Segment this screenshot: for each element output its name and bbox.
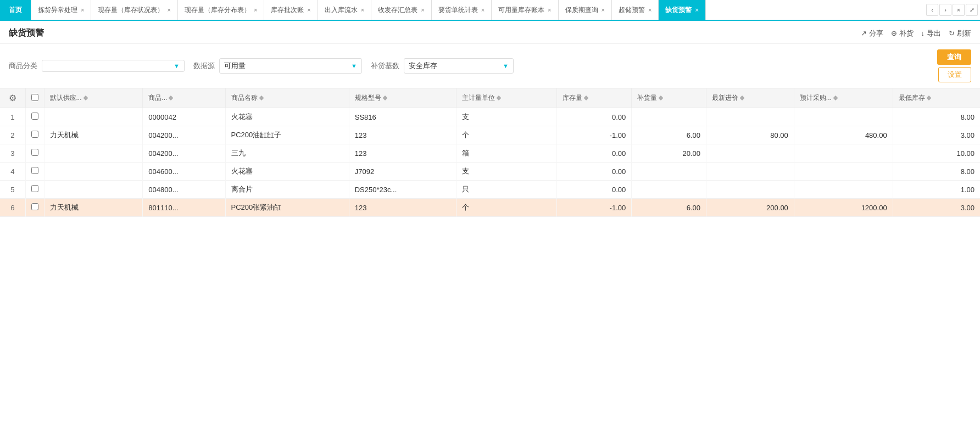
tab-label: 出入库流水 — [325, 5, 358, 15]
query-button[interactable]: 查询 — [937, 49, 971, 65]
tab-exception[interactable]: 拣货异常处理 × — [31, 0, 91, 20]
datasource-chevron-icon: ▼ — [351, 63, 357, 69]
tab-shortage[interactable]: 缺货预警 × — [659, 0, 705, 20]
th-stock-qty[interactable]: 库存量 — [557, 88, 632, 108]
row-checkbox[interactable] — [31, 149, 38, 156]
cell-min-stock: 3.00 — [893, 126, 980, 144]
cell-spec: DS250*23c... — [349, 181, 456, 199]
sort-icon — [497, 96, 501, 100]
tab-close-icon[interactable]: × — [421, 7, 424, 13]
row-checkbox-cell — [25, 144, 44, 163]
tab-batch[interactable]: 库存批次账 × — [264, 0, 318, 20]
row-checkbox[interactable] — [31, 167, 38, 174]
row-checkbox-cell — [25, 181, 44, 199]
tab-close-icon[interactable]: × — [602, 7, 605, 13]
tab-inout-flow[interactable]: 出入库流水 × — [318, 0, 371, 20]
th-replenish-qty[interactable]: 补货量 — [632, 88, 706, 108]
replenish-button[interactable]: ⊕ 补货 — [891, 29, 914, 38]
sort-icon — [83, 96, 88, 100]
replenish-select[interactable]: 安全库存 ▼ — [404, 58, 514, 74]
row-number: 3 — [0, 144, 25, 163]
row-number: 4 — [0, 163, 25, 181]
tab-close-icon[interactable]: × — [548, 7, 551, 13]
table-container: ⚙ 默认供应... — [0, 88, 980, 217]
th-latest-price[interactable]: 最新进价 — [706, 88, 794, 108]
share-icon: ↗ — [861, 29, 867, 37]
row-checkbox-cell — [25, 199, 44, 217]
cell-latest-price: 80.00 — [706, 126, 794, 144]
cell-stock-qty: 0.00 — [557, 144, 632, 163]
tab-label: 保质期查询 — [565, 5, 598, 15]
tab-prev-button[interactable]: ‹ — [926, 4, 938, 16]
row-checkbox-cell — [25, 126, 44, 144]
table-header-row: ⚙ 默认供应... — [0, 88, 980, 108]
settings-gear-icon[interactable]: ⚙ — [9, 93, 16, 103]
cell-min-stock: 10.00 — [893, 144, 980, 163]
tab-close-icon[interactable]: × — [81, 7, 84, 13]
replenish-icon: ⊕ — [891, 29, 897, 37]
tab-expand-button[interactable]: ⤢ — [966, 4, 978, 16]
th-spec-label: 规格型号 — [355, 93, 381, 103]
tab-close-icon[interactable]: × — [481, 7, 485, 13]
category-select[interactable]: ▼ — [42, 60, 185, 72]
cell-supplier: 力天机械 — [44, 199, 143, 217]
setting-button[interactable]: 设置 — [938, 67, 971, 82]
table-row: 1 0000042 火花塞 SS816 支 0.00 8.00 — [0, 108, 980, 126]
th-unit[interactable]: 主计量单位 — [456, 88, 557, 108]
th-product-code[interactable]: 商品... — [143, 88, 225, 108]
tab-home[interactable]: 首页 — [0, 0, 31, 20]
cell-product-code: 0000042 — [143, 108, 225, 126]
sort-icon — [659, 96, 663, 100]
tab-close-icon[interactable]: × — [254, 7, 257, 13]
tab-overstock[interactable]: 超储预警 × — [612, 0, 659, 20]
datasource-select[interactable]: 可用量 ▼ — [219, 58, 362, 74]
row-checkbox[interactable] — [31, 131, 38, 138]
tab-close-icon[interactable]: × — [167, 7, 170, 13]
cell-est-purchase — [794, 181, 893, 199]
tab-close-icon[interactable]: × — [648, 7, 652, 13]
table-body: 1 0000042 火花塞 SS816 支 0.00 8.00 2 力天机械 0… — [0, 108, 980, 217]
row-checkbox[interactable] — [31, 113, 38, 120]
tab-stock-dist[interactable]: 现存量（库存分布表） × — [178, 0, 264, 20]
tab-stock-status[interactable]: 现存量（库存状况表） × — [91, 0, 177, 20]
tab-close-all-button[interactable]: × — [953, 4, 965, 16]
export-button[interactable]: ↓ 导出 — [921, 29, 942, 38]
tab-close-icon[interactable]: × — [695, 7, 698, 13]
tab-label: 要货单统计表 — [438, 5, 478, 15]
tab-order-stat[interactable]: 要货单统计表 × — [432, 0, 492, 20]
th-est-purchase[interactable]: 预计采购... — [794, 88, 893, 108]
sort-icon — [833, 96, 838, 100]
table-row: 6 力天机械 801110... PC200张紧油缸 123 个 -1.00 6… — [0, 199, 980, 217]
row-checkbox[interactable] — [31, 185, 38, 192]
th-min-stock[interactable]: 最低库存 — [893, 88, 980, 108]
share-button[interactable]: ↗ 分享 — [861, 29, 883, 38]
tab-avail-ledger[interactable]: 可用量库存账本 × — [492, 0, 558, 20]
tab-expiry[interactable]: 保质期查询 × — [559, 0, 612, 20]
refresh-button[interactable]: ↻ 刷新 — [949, 29, 971, 38]
th-latest-price-label: 最新进价 — [712, 93, 738, 103]
refresh-label: 刷新 — [957, 29, 971, 38]
cell-min-stock: 1.00 — [893, 181, 980, 199]
page-title: 缺货预警 — [9, 27, 861, 39]
cell-stock-qty: 0.00 — [557, 108, 632, 126]
datasource-label: 数据源 — [193, 61, 215, 71]
th-unit-label: 主计量单位 — [462, 93, 495, 103]
tab-close-icon[interactable]: × — [307, 7, 310, 13]
cell-unit: 支 — [456, 108, 557, 126]
cell-stock-qty: -1.00 — [557, 126, 632, 144]
tab-close-icon[interactable]: × — [361, 7, 364, 13]
cell-product-name: 离合片 — [225, 181, 349, 199]
export-label: 导出 — [927, 29, 941, 38]
row-checkbox[interactable] — [31, 203, 38, 210]
th-product-name[interactable]: 商品名称 — [225, 88, 349, 108]
tab-bar: 首页 拣货异常处理 × 现存量（库存状况表） × 现存量（库存分布表） × 库存… — [0, 0, 980, 21]
replenish-label: 补货 — [899, 29, 914, 38]
cell-unit: 只 — [456, 181, 557, 199]
th-supplier[interactable]: 默认供应... — [44, 88, 143, 108]
th-spec[interactable]: 规格型号 — [349, 88, 456, 108]
tab-next-button[interactable]: › — [939, 4, 951, 16]
tab-recv-summary[interactable]: 收发存汇总表 × — [371, 0, 431, 20]
sort-icon — [584, 96, 588, 100]
th-settings[interactable]: ⚙ — [0, 88, 25, 108]
select-all-checkbox[interactable] — [31, 94, 38, 101]
